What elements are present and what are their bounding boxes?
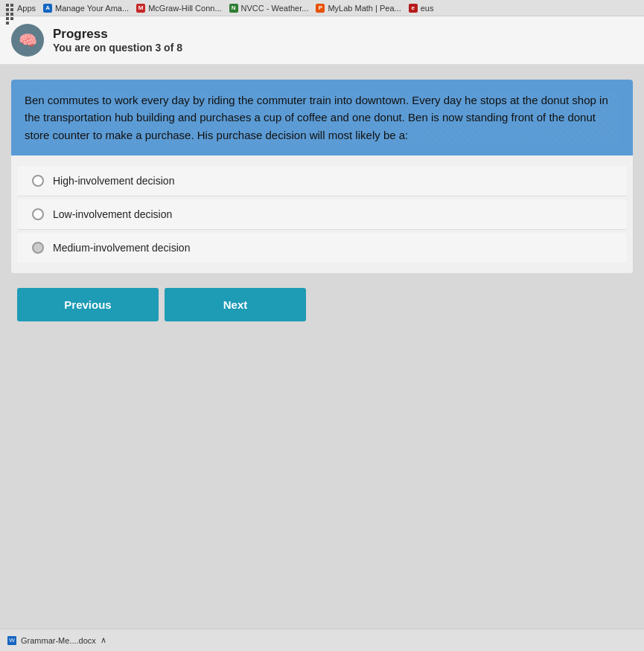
tab-label-mcgraw: McGraw-Hill Conn... (148, 4, 221, 13)
previous-button[interactable]: Previous (17, 288, 159, 321)
option-1-label: High-involvement decision (53, 175, 174, 187)
progress-subtitle: You are on question 3 of 8 (53, 42, 182, 54)
tab-favicon-eus: e (409, 4, 418, 13)
option-2-label: Low-involvement decision (53, 208, 172, 220)
tab-favicon-mylab: P (316, 4, 325, 13)
tab-mcgraw[interactable]: M McGraw-Hill Conn... (136, 4, 221, 13)
tab-nvcc[interactable]: N NVCC - Weather... (229, 4, 309, 13)
tab-favicon-manage: A (43, 4, 52, 13)
bottom-taskbar: W Grammar-Me....docx ∧ (0, 629, 644, 651)
option-1[interactable]: High-involvement decision (17, 166, 627, 196)
options-container: High-involvement decision Low-involvemen… (11, 155, 633, 273)
tab-manage[interactable]: A Manage Your Ama... (43, 4, 129, 13)
tab-label-nvcc: NVCC - Weather... (241, 4, 309, 13)
browser-toolbar: Apps A Manage Your Ama... M McGraw-Hill … (0, 0, 644, 16)
progress-title: Progress (53, 27, 182, 42)
tab-mylab[interactable]: P MyLab Math | Pea... (316, 4, 401, 13)
question-text: Ben commutes to work every day by riding… (11, 80, 633, 155)
radio-option-1[interactable] (32, 175, 44, 187)
progress-text: Progress You are on question 3 of 8 (53, 27, 182, 54)
brain-icon: 🧠 (11, 24, 44, 57)
progress-header: 🧠 Progress You are on question 3 of 8 (0, 16, 644, 65)
tab-favicon-nvcc: N (229, 4, 238, 13)
main-content: Ben commutes to work every day by riding… (0, 65, 644, 629)
option-3-label: Medium-involvement decision (53, 242, 190, 254)
option-3[interactable]: Medium-involvement decision (17, 233, 627, 263)
apps-label: Apps (17, 4, 36, 13)
expand-arrow[interactable]: ∧ (101, 635, 106, 645)
tab-label-mylab: MyLab Math | Pea... (328, 4, 401, 13)
tab-favicon-mcgraw: M (136, 4, 145, 13)
tab-label-eus: eus (421, 4, 434, 13)
question-area: Ben commutes to work every day by riding… (11, 80, 633, 273)
file-label: Grammar-Me....docx (21, 636, 96, 645)
tab-eus[interactable]: e eus (409, 4, 434, 13)
file-icon: W (7, 636, 16, 645)
tab-label-manage: Manage Your Ama... (55, 4, 129, 13)
nav-buttons: Previous Next (11, 288, 633, 321)
next-button[interactable]: Next (165, 288, 306, 321)
apps-grid-icon (6, 4, 15, 13)
apps-button[interactable]: Apps (6, 4, 36, 13)
radio-option-3[interactable] (32, 242, 44, 254)
option-2[interactable]: Low-involvement decision (17, 199, 627, 230)
radio-option-2[interactable] (32, 208, 44, 220)
